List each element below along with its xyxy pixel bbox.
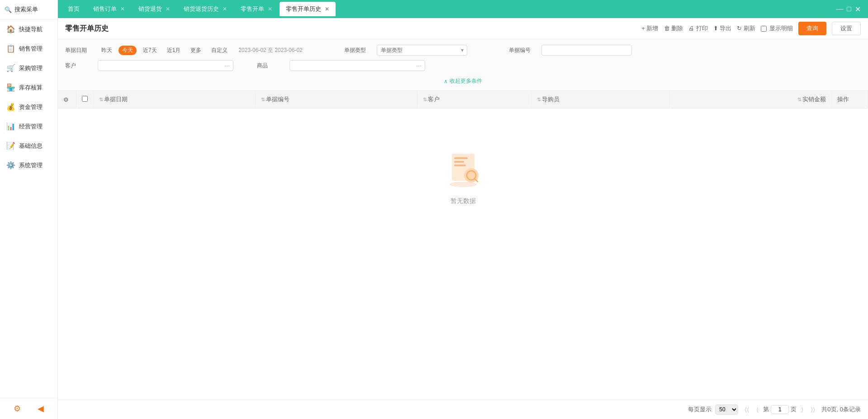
svg-rect-4 <box>454 165 466 166</box>
sort-amount-icon: ⇅ <box>797 97 802 102</box>
date-filter-label: 单据日期 <box>65 47 92 54</box>
tab-sales-return-history[interactable]: 销货退货历史✕ <box>177 2 233 16</box>
tab-label-home: 首页 <box>68 5 80 13</box>
sidebar-item-operations[interactable]: 📊经营管理 <box>0 117 57 136</box>
customer-filter-label: 客户 <box>65 62 92 70</box>
more-btn[interactable]: 更多 <box>187 46 205 55</box>
maximize-btn[interactable]: □ <box>847 5 851 13</box>
last7days-btn[interactable]: 近7天 <box>139 46 161 55</box>
goods-input[interactable] <box>289 60 425 71</box>
page-label-suffix: 页 <box>791 405 797 414</box>
doc-type-label: 单据类型 <box>344 47 371 54</box>
sidebar-icon-sales-mgmt: 📋 <box>6 44 15 53</box>
last-page-btn[interactable]: ⟩⟩ <box>808 405 818 414</box>
refresh-button[interactable]: ↻ 刷新 <box>737 24 755 33</box>
doc-type-select[interactable]: 单据类型 <box>377 45 467 56</box>
tab-label-sales-return-history: 销货退货历史 <box>184 5 219 13</box>
prev-page-btn[interactable]: ⟨ <box>754 405 761 414</box>
sidebar-item-system-mgmt[interactable]: ⚙️系统管理 <box>0 155 57 175</box>
tab-close-sales-order[interactable]: ✕ <box>120 6 125 12</box>
tab-sales-order[interactable]: 销售订单✕ <box>87 2 131 16</box>
tab-close-retail-open[interactable]: ✕ <box>268 6 272 12</box>
last1month-btn[interactable]: 近1月 <box>163 46 185 55</box>
custom-btn[interactable]: 自定义 <box>208 46 231 55</box>
sidebar-icon-quick-nav: 🏠 <box>6 25 15 33</box>
collapse-icon: ∧ <box>444 78 448 85</box>
th-customer[interactable]: ⇅客户 <box>417 91 531 108</box>
tab-close-retail-open-history[interactable]: ✕ <box>325 6 329 12</box>
sidebar-label-basic-info: 基础信息 <box>19 142 43 150</box>
sidebar-item-quick-nav[interactable]: 🏠快捷导航 <box>0 19 57 39</box>
svg-point-0 <box>450 182 477 187</box>
tab-retail-open[interactable]: 零售开单✕ <box>234 2 279 16</box>
sidebar-search[interactable]: 🔍 搜索采单 <box>0 0 57 19</box>
sidebar-label-operations: 经营管理 <box>19 122 43 131</box>
page-nav: ⟨⟨ ⟨ 第 页 ⟩ ⟩⟩ <box>742 405 818 414</box>
page-title: 零售开单历史 <box>65 24 109 33</box>
pagination: 每页显示 50 10 20 100 ⟨⟨ ⟨ 第 页 ⟩ ⟩⟩ 共0页, 0条记… <box>58 400 868 419</box>
minimize-btn[interactable]: — <box>836 5 843 13</box>
th-settings[interactable]: ⚙ <box>58 91 76 108</box>
sidebar: 🔍 搜索采单 🏠快捷导航📋销售管理🛒采购管理🏪库存核算💰资金管理📊经营管理📝基础… <box>0 0 58 419</box>
filter-row-2: 客户 ··· 商品 ··· <box>65 60 861 71</box>
collapse-filter-btn[interactable]: ∧ 收起更多条件 <box>65 75 861 89</box>
sidebar-label-purchase-mgmt: 采购管理 <box>19 64 43 72</box>
data-table: ⚙ ⇅单据日期 ⇅单据编号 ⇅客户 ⇅导购员 ⇅实销金额 操作 <box>58 91 868 108</box>
page-input[interactable] <box>771 405 789 414</box>
query-button[interactable]: 查询 <box>798 22 826 35</box>
sidebar-icon-basic-info: 📝 <box>6 141 15 150</box>
sidebar-item-purchase-mgmt[interactable]: 🛒采购管理 <box>0 58 57 78</box>
filter-row-1: 单据日期 昨天 今天 近7天 近1月 更多 自定义 2023-06-02 至 2… <box>65 45 861 56</box>
sidebar-icon-operations: 📊 <box>6 122 15 131</box>
tab-close-sales-return[interactable]: ✕ <box>166 6 170 12</box>
select-all-checkbox[interactable] <box>82 96 88 102</box>
th-actual-amount[interactable]: ⇅实销金额 <box>669 91 831 108</box>
per-page-select[interactable]: 50 10 20 100 <box>715 405 738 414</box>
doc-number-input[interactable] <box>541 45 632 56</box>
tab-label-sales-return: 销货退货 <box>138 5 162 13</box>
customer-input[interactable] <box>98 60 233 71</box>
delete-button[interactable]: 🗑 删除 <box>664 24 683 33</box>
tab-sales-return[interactable]: 销货退货✕ <box>132 2 176 16</box>
export-button[interactable]: ⬆ 导出 <box>713 24 732 33</box>
display-detail-toggle[interactable]: 显示明细 <box>761 24 793 33</box>
sidebar-item-inventory[interactable]: 🏪库存核算 <box>0 78 57 97</box>
th-checkbox[interactable] <box>76 91 93 108</box>
add-button[interactable]: + 新增 <box>641 24 658 33</box>
first-page-btn[interactable]: ⟨⟨ <box>742 405 752 414</box>
sidebar-item-sales-mgmt[interactable]: 📋销售管理 <box>0 39 57 58</box>
th-doc-number[interactable]: ⇅单据编号 <box>255 91 417 108</box>
th-actions: 操作 <box>832 91 868 108</box>
sidebar-label-inventory: 库存核算 <box>19 84 43 92</box>
tab-label-retail-open-history: 零售开单历史 <box>286 5 321 13</box>
sidebar-bottom: ⚙ ◀ <box>0 398 57 419</box>
sidebar-label-quick-nav: 快捷导航 <box>19 25 43 33</box>
sort-customer-icon: ⇅ <box>423 97 427 102</box>
tab-home[interactable]: 首页 <box>62 2 86 16</box>
close-btn[interactable]: ✕ <box>855 5 861 14</box>
settings-bottom-icon[interactable]: ⚙ <box>14 404 21 414</box>
toolbar: 零售开单历史 + 新增 🗑 删除 🖨 打印 ⬆ 导出 ↻ 刷新 显示明细 查询 … <box>58 18 868 39</box>
search-icon: 🔍 <box>5 6 12 13</box>
tab-retail-open-history[interactable]: 零售开单历史✕ <box>280 2 336 16</box>
tab-close-sales-return-history[interactable]: ✕ <box>223 6 227 12</box>
next-page-btn[interactable]: ⟩ <box>798 405 806 414</box>
tabs-bar: 首页销售订单✕销货退货✕销货退货历史✕零售开单✕零售开单历史✕ — □ ✕ <box>58 0 868 18</box>
empty-text: 暂无数据 <box>451 197 476 205</box>
content-area: 零售开单历史 + 新增 🗑 删除 🖨 打印 ⬆ 导出 ↻ 刷新 显示明细 查询 … <box>58 18 868 419</box>
total-text: 共0页, 0条记录 <box>821 405 861 414</box>
table-header-row: ⚙ ⇅单据日期 ⇅单据编号 ⇅客户 ⇅导购员 ⇅实销金额 操作 <box>58 91 868 108</box>
yesterday-btn[interactable]: 昨天 <box>98 46 116 55</box>
collapse-sidebar-icon[interactable]: ◀ <box>38 404 44 414</box>
sidebar-icon-purchase-mgmt: 🛒 <box>6 64 15 72</box>
th-guide[interactable]: ⇅导购员 <box>531 91 669 108</box>
sidebar-item-finance[interactable]: 💰资金管理 <box>0 97 57 117</box>
display-detail-checkbox[interactable] <box>761 26 767 32</box>
print-button[interactable]: 🖨 打印 <box>688 24 708 33</box>
doc-number-label: 单据编号 <box>509 47 536 54</box>
sidebar-item-basic-info[interactable]: 📝基础信息 <box>0 136 57 155</box>
today-btn[interactable]: 今天 <box>119 46 137 55</box>
th-doc-date[interactable]: ⇅单据日期 <box>93 91 255 108</box>
goods-dots-icon: ··· <box>416 62 422 69</box>
settings-button[interactable]: 设置 <box>832 22 861 35</box>
